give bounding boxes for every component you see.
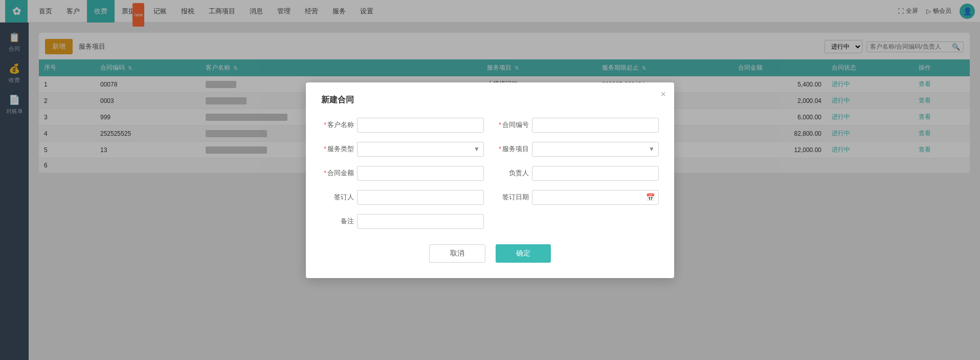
service-item-select[interactable]: [532, 142, 659, 157]
contract-amount-label: *合同金额: [321, 168, 354, 178]
sign-date-group: 签订日期 2023-06-06 📅: [496, 190, 659, 205]
modal-footer: 取消 确定: [321, 244, 659, 263]
customer-name-group: *客户名称: [321, 118, 484, 133]
service-type-select[interactable]: [357, 142, 484, 157]
required-star-4: *: [499, 145, 501, 153]
notes-label: 备注: [321, 217, 354, 226]
required-star-3: *: [324, 145, 326, 153]
signatory-label: 签订人: [321, 193, 354, 202]
responsible-input[interactable]: [532, 166, 659, 181]
service-type-group: *服务类型 ▼: [321, 142, 484, 157]
service-item-label: *服务项目: [496, 144, 529, 154]
form-row-5: 备注: [321, 214, 659, 229]
modal-title: 新建合同: [321, 95, 659, 105]
service-item-wrapper: ▼: [532, 142, 659, 157]
form-row-1: *客户名称 *合同编号: [321, 118, 659, 133]
required-star-1: *: [324, 121, 326, 129]
contract-no-label: *合同编号: [496, 120, 529, 130]
required-star-2: *: [499, 121, 501, 129]
responsible-label: 负责人: [496, 168, 529, 178]
sign-date-label: 签订日期: [496, 193, 529, 202]
signatory-input[interactable]: [357, 190, 484, 205]
cancel-button[interactable]: 取消: [429, 244, 485, 263]
contract-amount-group: *合同金额 0.00: [321, 166, 484, 181]
customer-name-input[interactable]: [357, 118, 484, 133]
new-contract-modal: 新建合同 × *客户名称 *合同编号 *服务类型: [306, 82, 674, 278]
sign-date-wrapper: 2023-06-06 📅: [532, 190, 659, 205]
customer-name-label: *客户名称: [321, 120, 354, 130]
modal-overlay: 新建合同 × *客户名称 *合同编号 *服务类型: [0, 0, 980, 360]
required-star-5: *: [324, 169, 326, 177]
contract-amount-input[interactable]: 0.00: [357, 166, 484, 181]
notes-input[interactable]: [357, 214, 484, 229]
service-item-group: *服务项目 ▼: [496, 142, 659, 157]
confirm-button[interactable]: 确定: [496, 244, 551, 263]
notes-group: 备注: [321, 214, 484, 229]
service-type-label: *服务类型: [321, 144, 354, 154]
signatory-group: 签订人: [321, 190, 484, 205]
responsible-group: 负责人: [496, 166, 659, 181]
form-row-4: 签订人 签订日期 2023-06-06 📅: [321, 190, 659, 205]
contract-no-group: *合同编号: [496, 118, 659, 133]
sign-date-input[interactable]: 2023-06-06: [532, 190, 659, 205]
form-row-3: *合同金额 0.00 负责人: [321, 166, 659, 181]
form-row-2: *服务类型 ▼ *服务项目 ▼: [321, 142, 659, 157]
close-button[interactable]: ×: [660, 90, 666, 99]
contract-no-input[interactable]: [532, 118, 659, 133]
service-type-wrapper: ▼: [357, 142, 484, 157]
